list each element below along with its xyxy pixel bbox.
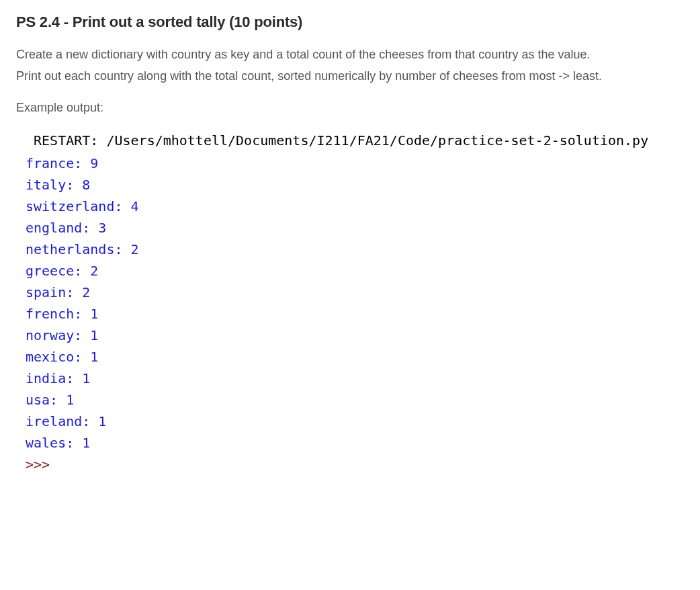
tally-line: norway: 1 [26,325,684,346]
tally-line: wales: 1 [26,432,684,454]
tally-line: greece: 2 [26,260,684,282]
tally-line: ireland: 1 [26,411,684,432]
description-block: Create a new dictionary with country as … [16,46,684,86]
section-heading: PS 2.4 - Print out a sorted tally (10 po… [16,13,684,31]
tally-line: switzerland: 4 [26,196,684,217]
description-line-1: Create a new dictionary with country as … [16,46,684,65]
tally-line: mexico: 1 [26,346,684,368]
tally-line: netherlands: 2 [26,239,684,260]
tally-line: italy: 8 [26,174,684,196]
restart-path: /Users/mhottell/Documents/I211/FA21/Code… [106,132,648,149]
tally-line: france: 9 [26,153,684,174]
code-output-block: RESTART: /Users/mhottell/Documents/I211/… [16,130,684,475]
tally-line: england: 3 [26,217,684,239]
tally-output: france: 9italy: 8switzerland: 4england: … [26,153,684,454]
tally-line: spain: 2 [26,282,684,303]
tally-line: usa: 1 [26,389,684,411]
description-line-2: Print out each country along with the to… [16,67,684,86]
restart-label: RESTART: [26,132,106,149]
tally-line: india: 1 [26,368,684,389]
python-prompt: >>> [26,454,684,475]
example-output-label: Example output: [16,101,684,115]
tally-line: french: 1 [26,303,684,325]
restart-line: RESTART: /Users/mhottell/Documents/I211/… [26,130,684,151]
